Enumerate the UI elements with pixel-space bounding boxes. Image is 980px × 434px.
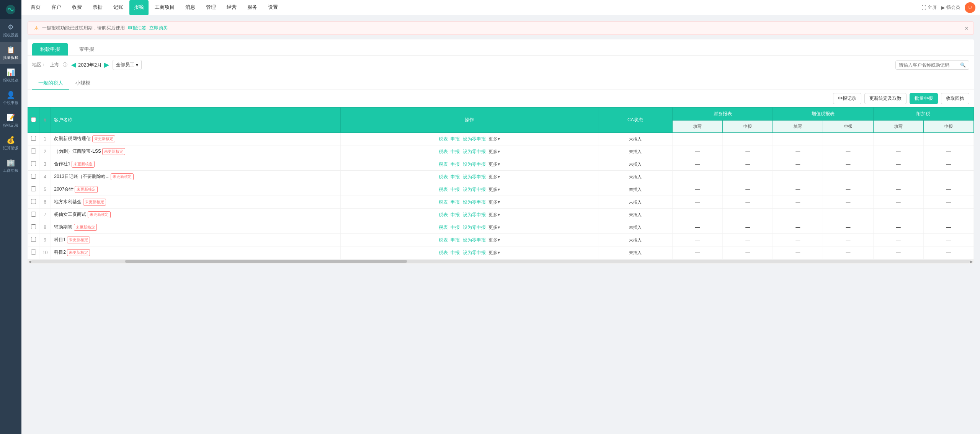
row-checkbox[interactable]	[31, 224, 36, 229]
next-month-button[interactable]: ▶	[104, 61, 109, 69]
update-quota-button[interactable]: 更新统定及取数	[864, 93, 906, 104]
op-tax-table-button[interactable]: 税表	[438, 148, 449, 155]
tab-small-scale[interactable]: 小规模	[69, 77, 96, 90]
nav-operations[interactable]: 经营	[222, 0, 241, 15]
nav-billing[interactable]: 收费	[67, 0, 87, 15]
op-tax-table-button[interactable]: 税表	[438, 224, 449, 231]
op-tax-table-button[interactable]: 税表	[438, 237, 449, 243]
op-declare-button[interactable]: 申报	[450, 250, 461, 256]
row-fin-fill: —	[672, 171, 722, 183]
header-select-all	[28, 108, 39, 133]
batch-declare-button[interactable]: 批量申报	[910, 93, 938, 104]
op-set-zero-button[interactable]: 设为零申报	[462, 148, 487, 155]
op-more-button[interactable]: 更多▾	[488, 224, 501, 231]
nav-invoice[interactable]: 票据	[88, 0, 107, 15]
search-icon[interactable]: 🔍	[960, 62, 966, 68]
op-more-button[interactable]: 更多▾	[488, 212, 501, 218]
op-declare-button[interactable]: 申报	[450, 224, 461, 231]
region-info-icon[interactable]: ⓘ	[63, 62, 67, 68]
header-additional-tax: 附加税	[873, 108, 973, 121]
op-more-button[interactable]: 更多▾	[488, 136, 501, 142]
row-num: 2	[39, 145, 51, 158]
horizontal-scrollbar[interactable]: ◀ ▶	[28, 259, 974, 264]
fullscreen-label: 全屏	[928, 4, 937, 11]
op-tax-table-button[interactable]: 税表	[438, 186, 449, 193]
op-declare-button[interactable]: 申报	[450, 199, 461, 206]
row-checkbox[interactable]	[31, 237, 36, 242]
scroll-right-arrow[interactable]: ▶	[970, 259, 973, 264]
collect-receipt-button[interactable]: 收取回执	[941, 93, 969, 104]
scroll-thumb[interactable]	[125, 260, 407, 263]
row-checkbox[interactable]	[31, 136, 36, 141]
op-set-zero-button[interactable]: 设为零申报	[462, 212, 487, 218]
op-set-zero-button[interactable]: 设为零申报	[462, 161, 487, 168]
row-vat-dec: —	[823, 183, 873, 196]
op-more-button[interactable]: 更多▾	[488, 237, 501, 243]
row-checkbox[interactable]	[31, 161, 36, 166]
fullscreen-button[interactable]: ⛶ 全屏	[921, 4, 937, 11]
op-declare-button[interactable]: 申报	[450, 212, 461, 218]
op-declare-button[interactable]: 申报	[450, 136, 461, 142]
row-checkbox[interactable]	[31, 212, 36, 217]
search-input[interactable]	[899, 62, 960, 68]
row-vat-fill: —	[773, 171, 823, 183]
row-checkbox[interactable]	[31, 250, 36, 255]
op-more-button[interactable]: 更多▾	[488, 174, 501, 180]
tab-zero-declare[interactable]: 零申报	[71, 43, 102, 55]
op-more-button[interactable]: 更多▾	[488, 186, 501, 193]
row-fin-dec: —	[723, 196, 773, 209]
tab-general-taxpayer[interactable]: 一般的税人	[32, 77, 69, 90]
row-checkbox[interactable]	[31, 174, 36, 179]
nav-management[interactable]: 管理	[201, 0, 220, 15]
op-tax-table-button[interactable]: 税表	[438, 199, 449, 206]
row-fin-dec: —	[723, 183, 773, 196]
top-nav: 首页 客户 收费 票据 记账 报税 工商项目 消息 管理 经营 服务 设置 ⛶ …	[21, 0, 980, 15]
row-checkbox[interactable]	[31, 199, 36, 204]
row-customer-name: 2007会计 未更新核定	[51, 183, 341, 196]
scroll-left-arrow[interactable]: ◀	[28, 259, 31, 264]
nav-business[interactable]: 工商项目	[150, 0, 179, 15]
op-set-zero-button[interactable]: 设为零申报	[462, 250, 487, 256]
nav-tax[interactable]: 报税	[129, 0, 149, 15]
tab-tax-declare[interactable]: 税款申报	[32, 43, 68, 55]
op-declare-button[interactable]: 申报	[450, 161, 461, 168]
nav-bookkeeping[interactable]: 记账	[109, 0, 128, 15]
notice-link-report[interactable]: 申报汇签	[128, 25, 146, 31]
op-more-button[interactable]: 更多▾	[488, 250, 501, 256]
select-all-checkbox[interactable]	[31, 117, 36, 122]
row-add-dec: —	[923, 158, 973, 171]
nav-message[interactable]: 消息	[181, 0, 200, 15]
nav-service[interactable]: 服务	[243, 0, 262, 15]
upgrade-button[interactable]: ▶ 畅会员	[941, 4, 960, 11]
declare-record-button[interactable]: 申报记录	[833, 93, 861, 104]
op-set-zero-button[interactable]: 设为零申报	[462, 136, 487, 142]
op-set-zero-button[interactable]: 设为零申报	[462, 237, 487, 243]
user-avatar[interactable]: U	[965, 2, 975, 13]
customer-name-text: 科目1	[54, 237, 66, 242]
op-declare-button[interactable]: 申报	[450, 237, 461, 243]
op-more-button[interactable]: 更多▾	[488, 199, 501, 206]
op-tax-table-button[interactable]: 税表	[438, 212, 449, 218]
op-set-zero-button[interactable]: 设为零申报	[462, 199, 487, 206]
staff-selector[interactable]: 全部员工 ▾	[113, 60, 142, 70]
op-tax-table-button[interactable]: 税表	[438, 161, 449, 168]
nav-customer[interactable]: 客户	[47, 0, 66, 15]
op-set-zero-button[interactable]: 设为零申报	[462, 174, 487, 180]
op-tax-table-button[interactable]: 税表	[438, 174, 449, 180]
op-more-button[interactable]: 更多▾	[488, 148, 501, 155]
op-declare-button[interactable]: 申报	[450, 148, 461, 155]
op-set-zero-button[interactable]: 设为零申报	[462, 186, 487, 193]
prev-month-button[interactable]: ◀	[71, 61, 76, 69]
nav-settings[interactable]: 设置	[263, 0, 283, 15]
notice-close-button[interactable]: ✕	[964, 25, 969, 31]
op-declare-button[interactable]: 申报	[450, 174, 461, 180]
nav-home[interactable]: 首页	[26, 0, 45, 15]
op-set-zero-button[interactable]: 设为零申报	[462, 224, 487, 231]
op-tax-table-button[interactable]: 税表	[438, 250, 449, 256]
op-declare-button[interactable]: 申报	[450, 186, 461, 193]
row-checkbox[interactable]	[31, 186, 36, 191]
row-checkbox[interactable]	[31, 148, 36, 153]
op-tax-table-button[interactable]: 税表	[438, 136, 449, 142]
notice-link-buy[interactable]: 立即购买	[149, 25, 168, 31]
op-more-button[interactable]: 更多▾	[488, 161, 501, 168]
